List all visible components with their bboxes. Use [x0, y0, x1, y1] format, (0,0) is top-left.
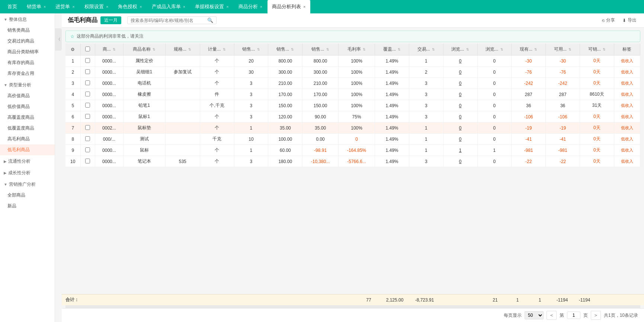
row-current: 36 — [512, 100, 546, 111]
col-trade[interactable]: 交易... ⇅ — [409, 44, 443, 55]
nav-analysis-list[interactable]: 商品分析列表 × — [267, 0, 310, 13]
col-current[interactable]: 现有... ⇅ — [512, 44, 546, 55]
row-select-checkbox[interactable] — [85, 69, 90, 74]
select-all-checkbox[interactable] — [85, 47, 90, 51]
nav-products[interactable]: 产成品入库单 × — [147, 0, 190, 13]
next-page-button[interactable]: ＞ — [591, 311, 601, 320]
row-select-checkbox[interactable] — [85, 114, 90, 119]
col-profit[interactable]: 销售... ⇅ — [302, 44, 339, 55]
row-select-checkbox[interactable] — [85, 92, 90, 96]
row-coverage: 1.49% — [375, 145, 409, 156]
row-checkbox[interactable] — [80, 122, 95, 134]
row-available: 36 — [546, 100, 580, 111]
search-input[interactable] — [131, 18, 207, 23]
row-select-checkbox[interactable] — [85, 147, 90, 152]
nav-templates[interactable]: 单据模板设置 × — [190, 0, 233, 13]
per-page-select[interactable]: 50 100 200 — [525, 311, 544, 319]
row-unit: 个 — [200, 111, 234, 122]
row-checkbox[interactable] — [80, 111, 95, 122]
row-select-checkbox[interactable] — [85, 159, 90, 163]
row-checkbox[interactable] — [80, 67, 95, 78]
sidebar-group-marketing[interactable]: ▼ 营销推广分析 — [0, 178, 55, 190]
col-margin[interactable]: 毛利率 ⇅ — [339, 44, 375, 55]
nav-home[interactable]: 首页 — [3, 0, 22, 13]
row-checkbox[interactable] — [80, 89, 95, 100]
search-icon[interactable]: 🔍 — [207, 17, 213, 23]
close-icon[interactable]: × — [140, 4, 142, 9]
export-button[interactable]: ⬇ 导出 — [621, 16, 638, 24]
row-name: 橡皮擦 — [123, 89, 165, 100]
horizontal-scrollbar[interactable] — [65, 305, 640, 308]
col-views2[interactable]: 浏览... ⇅ — [477, 44, 512, 55]
close-icon[interactable]: × — [260, 4, 262, 9]
sidebar-item-traded-products[interactable]: 交易过的商品 — [0, 36, 55, 47]
col-check[interactable] — [80, 44, 95, 55]
expand-icon: ▼ — [4, 182, 7, 186]
col-settings[interactable]: ⚙ — [65, 44, 80, 55]
sort-icon: ⇅ — [432, 48, 435, 51]
col-name[interactable]: 商品名称 ⇅ — [123, 44, 165, 55]
row-select-checkbox[interactable] — [85, 125, 90, 130]
col-available[interactable]: 可用... ⇅ — [546, 44, 580, 55]
sidebar-item-in-stock[interactable]: 有库存的商品 — [0, 57, 55, 68]
sidebar-item-all-products[interactable]: 全部商品 — [0, 190, 55, 201]
nav-roles[interactable]: 角色授权 × — [113, 0, 146, 13]
sidebar-item-low-value[interactable]: 低价值商品 — [0, 101, 55, 112]
sidebar-item-low-coverage[interactable]: 低覆盖度商品 — [0, 123, 55, 134]
sidebar-item-stock-capital[interactable]: 库存资金占用 — [0, 68, 55, 79]
col-code[interactable]: 商... ⇅ — [95, 44, 124, 55]
row-select-checkbox[interactable] — [85, 80, 90, 85]
row-checkbox[interactable] — [80, 145, 95, 156]
sidebar-group-circulation[interactable]: ▶ 流通性分析 — [0, 155, 55, 167]
table-wrapper[interactable]: ⚙ 商... ⇅ 商品名称 ⇅ 规格... ⇅ 计量... ⇅ 销售... ⇅ … — [65, 44, 640, 294]
date-filter-button[interactable]: 近一月 — [100, 16, 121, 24]
nav-sales[interactable]: 销货单 × — [22, 0, 50, 13]
nav-analysis[interactable]: 商品分析 × — [234, 0, 267, 13]
col-unit[interactable]: 计量... ⇅ — [200, 44, 234, 55]
row-select-checkbox[interactable] — [85, 136, 90, 141]
col-qty[interactable]: 销售... ⇅ — [234, 44, 268, 55]
row-checkbox[interactable] — [80, 78, 95, 89]
close-icon[interactable]: × — [44, 4, 46, 9]
close-icon[interactable]: × — [183, 4, 185, 9]
sidebar-group-growth[interactable]: ▶ 成长性分析 — [0, 167, 55, 178]
sidebar-group-type-analysis[interactable]: ▼ 类型量分析 — [0, 79, 55, 90]
sidebar-item-category-rate[interactable]: 商品分类助销率 — [0, 47, 55, 57]
col-saleable[interactable]: 可销... ⇅ — [580, 44, 614, 55]
row-checkbox[interactable] — [80, 55, 95, 67]
row-unit: 个 — [200, 55, 234, 67]
row-spec — [165, 134, 200, 145]
sidebar-item-sales-products[interactable]: 销售类商品 — [0, 25, 55, 36]
col-coverage[interactable]: 覆盖... ⇅ — [375, 44, 409, 55]
row-code: 000/... — [95, 134, 124, 145]
row-checkbox[interactable] — [80, 100, 95, 111]
col-views1[interactable]: 浏览... ⇅ — [443, 44, 477, 55]
close-icon[interactable]: × — [226, 4, 228, 9]
nav-permissions[interactable]: 权限设置 × — [80, 0, 113, 13]
row-code: 0002... — [95, 122, 124, 134]
col-tag[interactable]: 标签 — [614, 44, 640, 55]
row-checkbox[interactable] — [80, 156, 95, 167]
sidebar-collapse-button[interactable]: 《 — [55, 28, 62, 51]
row-checkbox[interactable] — [80, 134, 95, 145]
close-icon[interactable]: × — [72, 4, 74, 9]
share-button[interactable]: ⎋ 分享 — [600, 16, 616, 24]
sidebar-item-high-coverage[interactable]: 高覆盖度商品 — [0, 112, 55, 123]
page-input[interactable] — [567, 312, 580, 319]
row-name: 鼠标1 — [123, 111, 165, 122]
nav-purchase[interactable]: 进货单 × — [51, 0, 79, 13]
row-select-checkbox[interactable] — [85, 58, 90, 63]
sidebar-item-new-products[interactable]: 新品 — [0, 201, 55, 211]
col-price[interactable]: 销售... ⇅ — [268, 44, 302, 55]
close-icon[interactable]: × — [106, 4, 108, 9]
prev-page-button[interactable]: ＜ — [547, 311, 557, 320]
sidebar-group-overall[interactable]: ▼ 整体信息 — [0, 13, 55, 25]
row-no: 10 — [65, 156, 80, 167]
sidebar-item-high-value[interactable]: 高价值商品 — [0, 90, 55, 101]
row-code: 0000... — [95, 145, 124, 156]
col-spec[interactable]: 规格... ⇅ — [165, 44, 200, 55]
sidebar-item-low-margin[interactable]: 低毛利商品 — [0, 144, 55, 155]
row-select-checkbox[interactable] — [85, 103, 90, 108]
close-icon[interactable]: × — [303, 4, 305, 9]
sidebar-item-high-margin[interactable]: 高毛利商品 — [0, 134, 55, 144]
